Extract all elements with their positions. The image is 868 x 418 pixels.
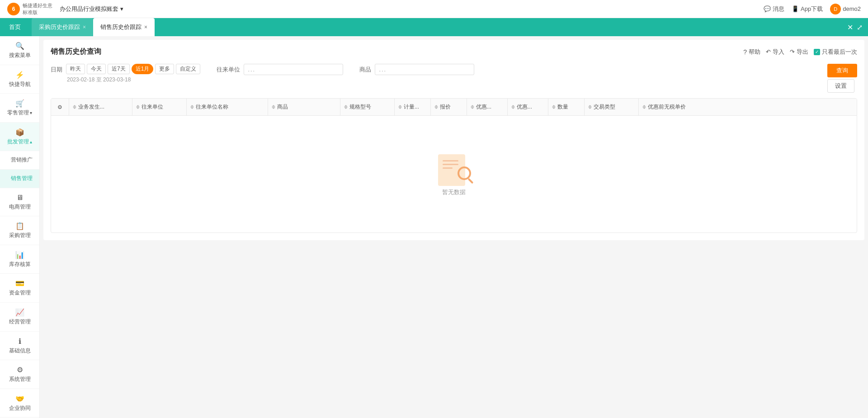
message-icon: 💬 xyxy=(764,5,771,12)
th-partner-name[interactable]: 往来单位名称 xyxy=(187,99,268,115)
sidebar-item-ecommerce[interactable]: 🖥 电商管理 xyxy=(0,188,39,217)
top-bar-right: 💬 消息 📱 App下载 D demo2 xyxy=(764,4,861,14)
sidebar-item-inventory[interactable]: 📊 库存核算 xyxy=(0,245,39,274)
tab-home[interactable]: 首页 xyxy=(0,18,30,36)
sidebar-item-purchase[interactable]: 📋 采购管理 xyxy=(0,216,39,245)
purchase-icon: 📋 xyxy=(15,222,24,230)
sidebar-item-finance[interactable]: 💳 资金管理 xyxy=(0,274,39,303)
sidebar-item-operations[interactable]: 📈 经营管理 xyxy=(0,303,39,332)
sort-unit[interactable] xyxy=(398,105,402,109)
sort-partner[interactable] xyxy=(136,105,140,109)
product-field-placeholder: ... xyxy=(379,66,387,73)
date-btn-more[interactable]: 更多 xyxy=(155,64,174,74)
main-layout: 🔍 搜索菜单 ⚡ 快捷导航 🛒 零售管理 ▾ 📦 批发管理 ▴ 营销推广 销售管… xyxy=(0,36,868,418)
window-maximize-icon[interactable]: ⤢ xyxy=(857,23,863,32)
tab-close-sales[interactable]: × xyxy=(144,24,147,30)
sort-business[interactable] xyxy=(73,105,76,109)
th-gear[interactable]: ⚙ xyxy=(51,99,69,115)
sort-notax[interactable] xyxy=(642,105,646,109)
sidebar-item-wholesale[interactable]: 📦 批发管理 ▴ xyxy=(0,123,39,152)
date-filter-group: 日期 昨天 今天 近7天 近1月 更多 自定义 2023-02-18 至 202… xyxy=(51,64,200,84)
tab-close-purchase[interactable]: × xyxy=(83,24,86,30)
date-btn-custom[interactable]: 自定义 xyxy=(176,64,200,74)
logo: 6 畅捷通好生意 标准版 xyxy=(7,2,52,15)
doc-lines xyxy=(443,160,458,169)
export-btn[interactable]: ↷ 导出 xyxy=(790,48,808,56)
sort-discount2[interactable] xyxy=(511,105,515,109)
empty-state: 暂无数据 xyxy=(51,116,857,233)
tab-purchase-history[interactable]: 采购历史价跟踪 × xyxy=(32,18,93,36)
th-discount1[interactable]: 优惠... xyxy=(467,99,508,115)
import-icon: ↶ xyxy=(766,48,771,55)
date-btn-1month[interactable]: 近1月 xyxy=(132,64,154,74)
sort-qty[interactable] xyxy=(552,105,556,109)
product-filter-input[interactable]: ... xyxy=(375,64,474,75)
user-profile[interactable]: D demo2 xyxy=(830,4,861,14)
product-filter-label: 商品 xyxy=(359,64,371,74)
th-unit[interactable]: 计量... xyxy=(395,99,431,115)
sidebar-item-basic-info[interactable]: ℹ 基础信息 xyxy=(0,332,39,361)
sidebar-item-sales[interactable]: 销售管理 xyxy=(0,170,39,188)
th-qty[interactable]: 数量 xyxy=(548,99,585,115)
help-btn[interactable]: ? 帮助 xyxy=(743,48,760,56)
sidebar-item-enterprise[interactable]: 🤝 企业协同 xyxy=(0,389,39,418)
sort-discount1[interactable] xyxy=(471,105,474,109)
ecommerce-icon: 🖥 xyxy=(16,194,24,202)
avatar: D xyxy=(830,4,841,14)
sort-spec[interactable] xyxy=(344,105,348,109)
import-btn[interactable]: ↶ 导入 xyxy=(766,48,784,56)
date-range-display: 2023-02-18 至 2023-03-18 xyxy=(67,76,200,84)
empty-text: 暂无数据 xyxy=(442,188,466,196)
th-notax-price[interactable]: 优惠前无税单价 xyxy=(639,99,857,115)
quick-nav-icon: ⚡ xyxy=(15,71,24,79)
sort-trade[interactable] xyxy=(588,105,592,109)
sidebar-item-system[interactable]: ⚙ 系统管理 xyxy=(0,360,39,389)
sort-down-icon xyxy=(434,107,438,109)
gear-icon: ⚙ xyxy=(57,104,62,110)
th-discount2[interactable]: 优惠... xyxy=(508,99,548,115)
settings-button[interactable]: 设置 xyxy=(827,79,854,93)
th-business[interactable]: 业务发生... xyxy=(69,99,132,115)
message-btn[interactable]: 💬 消息 xyxy=(764,5,784,13)
th-trade[interactable]: 交易类型 xyxy=(585,99,639,115)
sort-up-icon xyxy=(398,105,402,107)
sidebar-item-marketing[interactable]: 营销推广 xyxy=(0,151,39,170)
last-only-checkbox[interactable]: ✓ 只看最后一次 xyxy=(814,48,857,56)
data-table: ⚙ 业务发生... 往来单位 xyxy=(51,98,857,233)
basic-info-icon: ℹ xyxy=(19,337,21,346)
th-price[interactable]: 报价 xyxy=(431,99,467,115)
tab-sales-history[interactable]: 销售历史价跟踪 × xyxy=(93,18,155,36)
date-btn-yesterday[interactable]: 昨天 xyxy=(66,64,85,74)
content-area: 销售历史价查询 ? 帮助 ↶ 导入 ↷ 导出 ✓ xyxy=(40,36,868,418)
sort-up-icon xyxy=(471,105,474,107)
doc-line-1 xyxy=(443,160,458,162)
sort-up-icon xyxy=(73,105,76,107)
logo-text: 畅捷通好生意 标准版 xyxy=(23,2,52,15)
date-btn-7days[interactable]: 近7天 xyxy=(108,64,130,74)
sort-product[interactable] xyxy=(272,105,275,109)
th-partner[interactable]: 往来单位 xyxy=(132,99,187,115)
th-product[interactable]: 商品 xyxy=(268,99,340,115)
window-close-icon[interactable]: ✕ xyxy=(847,23,853,32)
sidebar-item-retail[interactable]: 🛒 零售管理 ▾ xyxy=(0,94,39,123)
sort-down-icon xyxy=(136,107,140,109)
th-spec[interactable]: 规格型号 xyxy=(340,99,395,115)
query-button[interactable]: 查询 xyxy=(827,64,857,77)
sort-price[interactable] xyxy=(434,105,438,109)
sort-partner-name[interactable] xyxy=(190,105,194,109)
filter-right: 查询 设置 xyxy=(827,64,857,93)
partner-filter-input[interactable]: ... xyxy=(244,64,343,75)
phone-icon: 📱 xyxy=(792,5,799,12)
search-icon: 🔍 xyxy=(15,42,24,50)
partner-field-placeholder: ... xyxy=(248,66,255,73)
sort-up-icon xyxy=(552,105,556,107)
partner-filter-group: 往来单位 ... xyxy=(217,64,343,75)
sidebar-item-search-menu[interactable]: 🔍 搜索菜单 xyxy=(0,36,39,65)
sort-down-icon xyxy=(471,107,474,109)
app-download-btn[interactable]: 📱 App下载 xyxy=(792,5,823,13)
sidebar-item-quick-nav[interactable]: ⚡ 快捷导航 xyxy=(0,65,39,94)
sort-down-icon xyxy=(190,107,194,109)
company-selector[interactable]: 办公用品行业模拟账套 ▾ xyxy=(56,5,127,13)
date-btn-today[interactable]: 今天 xyxy=(87,64,106,74)
page-title: 销售历史价查询 xyxy=(51,47,101,57)
